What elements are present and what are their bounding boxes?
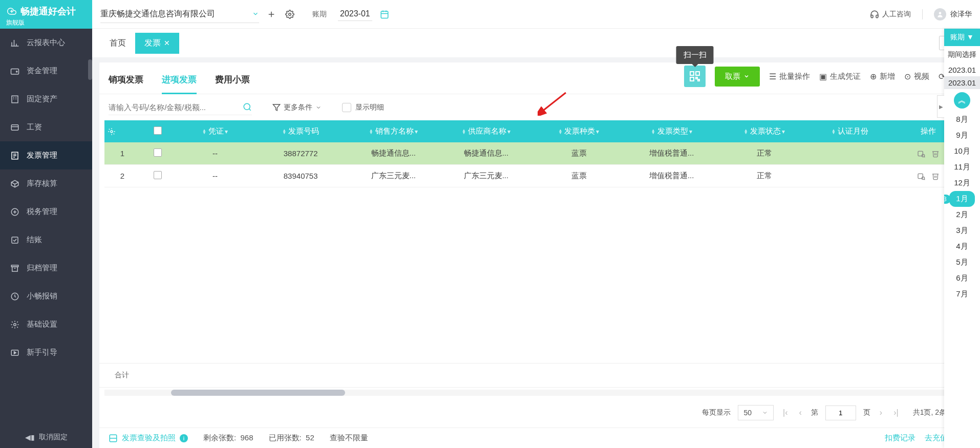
- table-row[interactable]: 1--38872772畅捷通信息...畅捷通信息...蓝票增值税普通...正常: [104, 142, 968, 165]
- row-checkbox[interactable]: [154, 171, 162, 179]
- scroll-up-button[interactable]: ︽: [954, 92, 970, 109]
- drawer-period-button[interactable]: 账期 ▼: [944, 29, 980, 46]
- month-item[interactable]: 7月: [944, 286, 980, 302]
- column-header[interactable]: ▲▼认证月份: [811, 120, 889, 142]
- column-header[interactable]: ▲▼供应商名称▾: [440, 120, 532, 142]
- month-item[interactable]: 9月: [944, 127, 980, 143]
- page-number-input[interactable]: [825, 406, 856, 420]
- month-item[interactable]: 8月: [944, 112, 980, 127]
- first-page-button[interactable]: |‹: [781, 408, 790, 417]
- table-row[interactable]: 2--83940753广东三元麦...广东三元麦...蓝票增值税普通...正常: [104, 165, 968, 187]
- delete-icon[interactable]: [931, 150, 940, 158]
- app-logo: 畅捷通好会计 旗舰版: [0, 0, 92, 29]
- show-detail-checkbox[interactable]: 显示明细: [342, 103, 384, 112]
- row-checkbox[interactable]: [154, 148, 162, 157]
- select-all-checkbox[interactable]: [154, 126, 162, 135]
- column-header[interactable]: ▲▼发票号码: [254, 120, 347, 142]
- search-icon[interactable]: [243, 102, 252, 112]
- add-company-button[interactable]: [265, 8, 278, 20]
- filter-icon[interactable]: ▾: [782, 128, 785, 135]
- column-header[interactable]: ▲▼销售方名称▾: [347, 120, 440, 142]
- month-item[interactable]: 12月: [944, 175, 980, 191]
- subtab[interactable]: 费用小票: [215, 69, 250, 94]
- nav-item-settings[interactable]: 基础设置: [0, 310, 92, 338]
- horizontal-scrollbar[interactable]: [104, 390, 968, 396]
- sort-icon[interactable]: ▲▼: [282, 129, 286, 134]
- page-tab[interactable]: 发票✕: [135, 33, 179, 54]
- month-item[interactable]: 6月: [944, 270, 980, 286]
- drawer-year[interactable]: 2023.01: [944, 63, 980, 76]
- column-header[interactable]: [140, 120, 176, 142]
- gen-voucher-button[interactable]: ▣ 生成凭证: [819, 72, 861, 81]
- drawer-collapse-button[interactable]: ▶: [937, 95, 944, 118]
- user-menu[interactable]: 徐泽华: [934, 8, 972, 20]
- filter-icon[interactable]: ▾: [225, 128, 228, 135]
- search-input[interactable]: [109, 103, 240, 112]
- nav-item-guide[interactable]: 新手引导: [0, 338, 92, 367]
- page-tab[interactable]: 首页: [100, 33, 135, 54]
- nav-item-chart[interactable]: 云报表中心: [0, 29, 92, 57]
- calendar-button[interactable]: [378, 8, 391, 20]
- prev-page-button[interactable]: ‹: [797, 408, 804, 417]
- nav-item-invoice[interactable]: 发票管理: [0, 141, 92, 169]
- delete-icon[interactable]: [931, 172, 940, 180]
- sort-icon[interactable]: ▲▼: [369, 129, 373, 134]
- nav-item-wallet[interactable]: 资金管理: [0, 57, 92, 85]
- next-page-button[interactable]: ›: [878, 408, 884, 417]
- last-page-button[interactable]: ›|: [891, 408, 900, 417]
- nav-item-stock[interactable]: 库存核算: [0, 169, 92, 198]
- month-item[interactable]: 11月: [944, 159, 980, 175]
- filter-icon[interactable]: ▾: [689, 128, 692, 135]
- batch-action-button[interactable]: ☰ 批量操作: [769, 72, 810, 81]
- scrollbar-thumb[interactable]: [171, 390, 345, 396]
- sort-icon[interactable]: ▲▼: [832, 129, 836, 134]
- sort-icon[interactable]: ▲▼: [559, 129, 563, 134]
- column-header[interactable]: ▲▼发票种类▾: [532, 120, 625, 142]
- filter-icon[interactable]: ▾: [415, 128, 418, 135]
- billing-history-link[interactable]: 扣费记录: [885, 433, 915, 443]
- subtab[interactable]: 销项发票: [109, 69, 143, 94]
- drawer-year[interactable]: 2023.01: [944, 76, 980, 89]
- column-header[interactable]: ▲▼发票状态▾: [718, 120, 811, 142]
- filter-icon[interactable]: ▾: [507, 128, 510, 135]
- column-header[interactable]: ▲▼发票类型▾: [625, 120, 718, 142]
- view-icon[interactable]: [917, 150, 925, 158]
- fetch-invoice-button[interactable]: 取票: [715, 67, 760, 87]
- view-icon[interactable]: [917, 172, 925, 180]
- sort-icon[interactable]: ▲▼: [651, 129, 655, 134]
- support-link[interactable]: 人工咨询: [870, 10, 911, 19]
- info-icon[interactable]: i: [180, 434, 188, 442]
- column-header[interactable]: [104, 120, 140, 142]
- add-invoice-button[interactable]: ⊕ 新增: [870, 72, 895, 81]
- page-size-select[interactable]: 50: [738, 405, 774, 420]
- month-item[interactable]: 2月: [944, 207, 980, 223]
- month-item[interactable]: 4月: [944, 239, 980, 254]
- nav-item-close-period[interactable]: 结账: [0, 226, 92, 254]
- nav-item-tax[interactable]: 税务管理: [0, 198, 92, 226]
- company-selector[interactable]: 重庆畅捷交通信息咨询有限公司: [100, 6, 259, 23]
- sort-icon[interactable]: ▲▼: [744, 129, 748, 134]
- sort-icon[interactable]: ▲▼: [202, 129, 206, 134]
- column-header[interactable]: ▲▼凭证▾: [176, 120, 254, 142]
- sidebar-scrollbar-thumb[interactable]: [88, 59, 92, 80]
- month-item[interactable]: 10月: [944, 143, 980, 159]
- more-conditions-button[interactable]: 更多条件: [272, 103, 322, 112]
- gear-icon[interactable]: [108, 127, 137, 136]
- close-icon[interactable]: ✕: [164, 39, 170, 47]
- month-item[interactable]: 1月2023: [949, 191, 975, 207]
- scan-qr-button[interactable]: 扫一扫: [684, 66, 706, 87]
- settings-button[interactable]: [284, 8, 296, 20]
- month-item[interactable]: 3月: [944, 223, 980, 239]
- nav-item-payroll[interactable]: 工资: [0, 113, 92, 141]
- svg-point-29: [289, 13, 291, 15]
- sort-icon[interactable]: ▲▼: [462, 129, 466, 134]
- nav-item-archive[interactable]: 归档管理: [0, 254, 92, 282]
- period-value[interactable]: 2023-01: [338, 7, 372, 21]
- nav-item-building[interactable]: 固定资产: [0, 85, 92, 113]
- month-item[interactable]: 5月: [944, 254, 980, 270]
- unpin-button[interactable]: ◀▮ 取消固定: [0, 426, 92, 448]
- filter-icon[interactable]: ▾: [596, 128, 599, 135]
- video-button[interactable]: ⊙ 视频: [904, 72, 929, 81]
- subtab[interactable]: 进项发票: [162, 69, 197, 94]
- nav-item-reimburse[interactable]: 小畅报销: [0, 282, 92, 310]
